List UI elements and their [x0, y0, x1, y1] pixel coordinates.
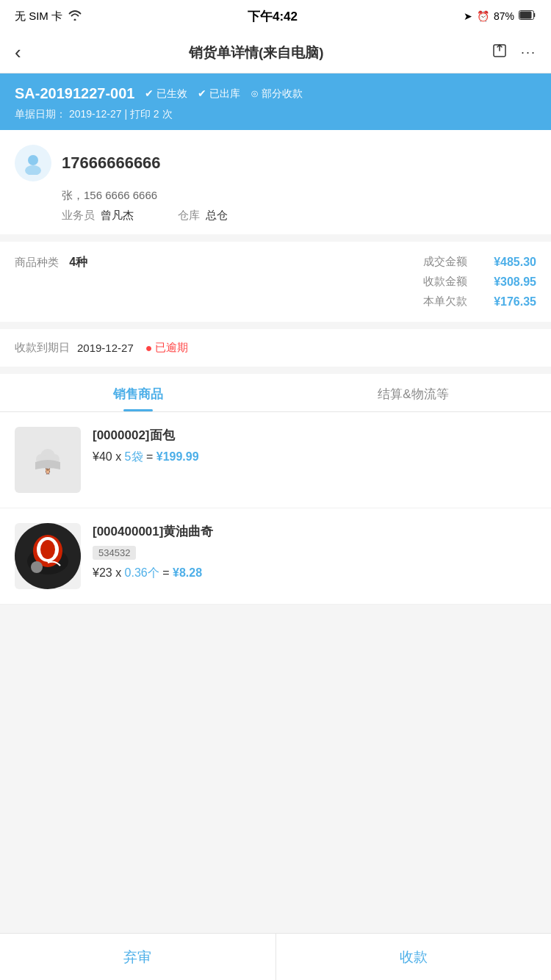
customer-top: 17666666666 [15, 145, 536, 181]
list-item: 🦉 [0000002]面包 ¥40 x 5袋 = ¥199.99 [0, 412, 551, 508]
due-card: 收款到期日 2019-12-27 ● 已逾期 [0, 329, 551, 367]
product-thumbnail [15, 523, 81, 589]
status-left: 无 SIM 卡 [15, 10, 82, 24]
product-tag: 534532 [93, 546, 136, 560]
summary-card: 商品种类 4种 成交金额 ¥485.30 收款金额 ¥308.95 本单欠款 ¥… [0, 242, 551, 322]
debt-value: ¥176.35 [478, 295, 536, 309]
product-name: [0000002]面包 [93, 427, 536, 444]
svg-rect-1 [519, 12, 531, 19]
badge-partial: ⊙ 部分收款 [251, 87, 303, 101]
svg-point-14 [31, 561, 43, 573]
back-button[interactable]: ‹ [15, 41, 21, 64]
header-date: 单据日期： 2019-12-27 | 打印 2 次 [15, 108, 536, 121]
overdue-badge: ● 已逾期 [145, 341, 189, 355]
tab-sales-products[interactable]: 销售商品 [0, 374, 276, 411]
status-time: 下午4:42 [248, 8, 298, 25]
product-list: 🦉 [0000002]面包 ¥40 x 5袋 = ¥199.99 [0, 412, 551, 605]
nav-bar: ‹ 销货单详情(来自电脑) ··· [0, 32, 551, 73]
list-item: [000400001]黄油曲奇 534532 ¥23 x 0.36个 = ¥8.… [0, 508, 551, 605]
share-button[interactable] [491, 43, 508, 63]
amount-row: 成交金额 ¥485.30 [423, 255, 536, 269]
customer-info: 张，156 6666 6666 [15, 189, 536, 203]
customer-meta: 业务员 曾凡杰 仓库 总仓 [15, 209, 536, 223]
avatar [15, 145, 51, 181]
product-thumbnail: 🦉 [15, 427, 81, 493]
due-date-value: 2019-12-27 [77, 342, 134, 354]
header-banner: SA-20191227-001 ✔ 已生效 ✔ 已出库 ⊙ 部分收款 单据日期：… [0, 73, 551, 130]
battery-icon [519, 10, 536, 22]
debt-row: 本单欠款 ¥176.35 [423, 295, 536, 309]
summary-left: 商品种类 4种 [15, 255, 87, 270]
collected-row: 收款金额 ¥308.95 [423, 275, 536, 289]
svg-point-4 [25, 165, 41, 175]
salesperson-item: 业务员 曾凡杰 [62, 209, 134, 223]
product-details: [0000002]面包 ¥40 x 5袋 = ¥199.99 [93, 427, 536, 465]
product-name: [000400001]黄油曲奇 [93, 523, 536, 540]
more-button[interactable]: ··· [521, 45, 536, 60]
svg-text:🦉: 🦉 [44, 467, 51, 475]
status-bar: 无 SIM 卡 下午4:42 ➤ ⏰ 87% [0, 0, 551, 32]
carrier-text: 无 SIM 卡 [15, 10, 62, 24]
nav-actions: ··· [491, 43, 536, 63]
order-row: SA-20191227-001 ✔ 已生效 ✔ 已出库 ⊙ 部分收款 [15, 85, 536, 102]
product-price: ¥23 x 0.36个 = ¥8.28 [93, 566, 536, 581]
warehouse-item: 仓库 总仓 [178, 209, 228, 223]
location-icon: ➤ [464, 10, 472, 22]
badge-effective: ✔ 已生效 [145, 87, 187, 101]
collect-payment-button[interactable]: 收款 [276, 934, 552, 980]
svg-point-3 [28, 155, 38, 165]
bottom-action-bar: 弃审 收款 [0, 933, 551, 980]
order-id: SA-20191227-001 [15, 85, 134, 102]
overdue-icon: ● [145, 342, 153, 355]
badge-shipped: ✔ 已出库 [198, 87, 240, 101]
product-price: ¥40 x 5袋 = ¥199.99 [93, 450, 536, 465]
customer-name: 17666666666 [62, 154, 161, 173]
abandon-review-button[interactable]: 弃审 [0, 934, 276, 980]
alarm-icon: ⏰ [477, 10, 489, 22]
wifi-icon [68, 10, 82, 23]
product-details: [000400001]黄油曲奇 534532 ¥23 x 0.36个 = ¥8.… [93, 523, 536, 581]
battery-text: 87% [494, 10, 514, 22]
status-right: ➤ ⏰ 87% [464, 10, 536, 22]
collected-value: ¥308.95 [478, 275, 536, 289]
tab-settlement[interactable]: 结算&物流等 [276, 374, 551, 411]
amount-value: ¥485.30 [478, 256, 536, 269]
summary-right: 成交金额 ¥485.30 收款金额 ¥308.95 本单欠款 ¥176.35 [423, 255, 536, 309]
tabs-container: 销售商品 结算&物流等 [0, 374, 551, 412]
customer-card: 17666666666 张，156 6666 6666 业务员 曾凡杰 仓库 总… [0, 130, 551, 234]
svg-point-13 [40, 540, 55, 559]
page-title: 销货单详情(来自电脑) [189, 43, 324, 62]
